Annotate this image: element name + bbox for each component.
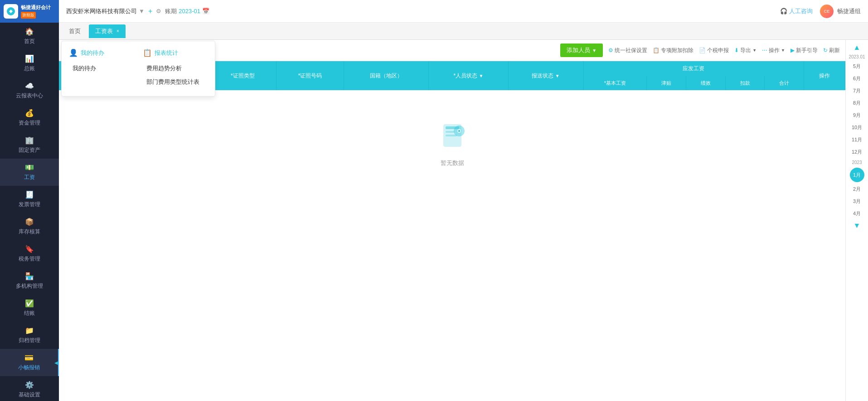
sidebar-item-label: 小畅报销 <box>18 364 40 372</box>
tab-salary-label: 工资表 <box>95 27 113 35</box>
sidebar-item-general-ledger[interactable]: 📊 总账 <box>0 50 59 77</box>
headset-icon: 🎧 <box>780 8 787 14</box>
user-name: 畅捷通组 <box>837 7 861 15</box>
service-btn[interactable]: 🎧 人工咨询 <box>780 7 813 15</box>
month-nav-up[interactable]: ▲ <box>852 42 863 53</box>
logo-text-block: 畅捷通好会计 旗舰版 <box>21 4 51 19</box>
sidebar-item-fund-mgmt[interactable]: 💰 资金管理 <box>0 104 59 131</box>
operations-link[interactable]: ⋯ 操作 ▼ <box>762 47 785 54</box>
tab-home[interactable]: 首页 <box>63 24 87 38</box>
salary-icon: 💵 <box>25 163 34 172</box>
month-5[interactable]: 5月 <box>846 60 868 72</box>
month-2[interactable]: 2月 <box>846 183 868 195</box>
th-subsidy: 津贴 <box>647 76 686 90</box>
sidebar-item-archive[interactable]: 📁 归档管理 <box>0 322 59 349</box>
month-7[interactable]: 7月 <box>846 85 868 97</box>
company-name: 西安虾米网络科技有限公司 <box>66 7 137 15</box>
export-icon: ⬇ <box>734 47 739 53</box>
add-person-button[interactable]: 添加人员 ▼ <box>560 43 603 57</box>
sidebar-item-label: 工资 <box>24 174 35 181</box>
sidebar-item-multi-org[interactable]: 🏪 多机构管理 <box>0 267 59 295</box>
status-filter-icon[interactable]: ▼ <box>479 73 484 78</box>
popup-col-todo: 👤 我的待办 我的待办 <box>69 48 134 89</box>
sidebar-item-basic-settings[interactable]: ⚙️ 基础设置 <box>0 376 59 401</box>
sidebar-item-invoice[interactable]: 🧾 发票管理 <box>0 186 59 213</box>
period-value: 2023-01 <box>179 8 200 14</box>
tax-report-link[interactable]: 📄 个税申报 <box>699 47 729 54</box>
month-12[interactable]: 12月 <box>846 146 868 158</box>
month-8[interactable]: 8月 <box>846 97 868 109</box>
user-info[interactable]: CE 畅捷通组 <box>820 5 861 18</box>
sidebar-item-label: 结账 <box>24 309 35 317</box>
sidebar-item-salary[interactable]: 💵 工资 <box>0 159 59 186</box>
empty-text: 暂无数据 <box>441 159 464 167</box>
new-guide-link[interactable]: ▶ 新手引导 <box>790 47 818 54</box>
add-company-btn[interactable]: + <box>148 7 152 15</box>
period-label: 账期 <box>165 7 177 15</box>
sidebar-item-tax[interactable]: 🔖 税务管理 <box>0 240 59 267</box>
month-4[interactable]: 4月 <box>846 208 868 220</box>
home-icon: 🏠 <box>25 27 34 36</box>
table-container: 工号 *姓名 *部门 *证照类型 *证照号码 国籍（地区） *人员状态 ▼ <box>59 61 845 401</box>
popup-item-cost-trend[interactable]: 费用趋势分析 <box>143 62 208 75</box>
user-avatar: CE <box>820 5 834 18</box>
sidebar-item-fixed-assets[interactable]: 🏢 固定资产 <box>0 131 59 159</box>
settings-btn[interactable]: ⚙ <box>156 8 161 14</box>
th-deduction: 扣款 <box>725 76 765 90</box>
month-9[interactable]: 9月 <box>846 109 868 121</box>
th-status: *人员状态 ▼ <box>429 61 508 90</box>
calendar-icon: 📅 <box>202 8 209 14</box>
sidebar-item-home[interactable]: 🏠 首页 <box>0 23 59 50</box>
settings-icon: ⚙️ <box>25 381 34 389</box>
export-link[interactable]: ⬇ 导出 ▼ <box>734 47 756 54</box>
tab-close-icon[interactable]: × <box>116 29 119 34</box>
tab-salary[interactable]: 工资表 × <box>89 24 126 38</box>
add-person-label: 添加人员 <box>567 46 590 54</box>
sidebar-item-label: 基础设置 <box>19 391 40 399</box>
fund-icon: 💰 <box>25 109 34 117</box>
sidebar-item-label: 多机构管理 <box>16 282 43 290</box>
sidebar-item-cloud-report[interactable]: ☁️ 云报表中心 <box>0 77 59 104</box>
th-id-type: *证照类型 <box>209 61 276 90</box>
month-nav-down[interactable]: ▼ <box>852 220 863 232</box>
month-10[interactable]: 10月 <box>846 121 868 134</box>
tab-home-label: 首页 <box>69 27 81 35</box>
refresh-icon: ↻ <box>823 47 828 53</box>
special-deduction-link[interactable]: 📋 专项附加扣除 <box>653 47 693 54</box>
inventory-icon: 📦 <box>25 217 34 226</box>
company-selector[interactable]: 西安虾米网络科技有限公司 ▼ <box>66 7 145 15</box>
year-2023: 2023 <box>852 158 862 167</box>
report-title-label: 报表统计 <box>155 49 178 57</box>
popup-item-todo[interactable]: 我的待办 <box>69 62 134 75</box>
tabbar: 首页 工资表 × <box>59 23 868 40</box>
logo-icon <box>4 4 18 19</box>
refresh-label: 刷新 <box>829 47 840 54</box>
month-11[interactable]: 11月 <box>846 134 868 146</box>
service-label: 人工咨询 <box>789 7 813 15</box>
todo-title-label: 我的待办 <box>81 49 104 57</box>
cloud-icon: ☁️ <box>25 82 34 90</box>
ledger-icon: 📊 <box>25 54 34 63</box>
operations-icon: ⋯ <box>762 47 767 53</box>
sidebar-item-label: 税务管理 <box>19 255 40 263</box>
app-title: 畅捷通好会计 <box>21 4 51 11</box>
refresh-link[interactable]: ↻ 刷新 <box>823 47 840 54</box>
sidebar-item-label: 云报表中心 <box>16 92 43 100</box>
period-display[interactable]: 账期 2023-01 📅 <box>165 7 209 15</box>
month-1[interactable]: 1月 <box>850 168 864 182</box>
social-insurance-link[interactable]: ⚙ 统一社保设置 <box>608 47 647 54</box>
send-filter-icon[interactable]: ▼ <box>555 73 560 78</box>
popup-item-dept-cost[interactable]: 部门费用类型统计表 <box>143 75 208 89</box>
sidebar-item-settlement[interactable]: ✅ 结账 <box>0 295 59 322</box>
sidebar-item-label: 资金管理 <box>19 119 40 127</box>
sidebar-item-xiao-chang-xiao[interactable]: 💳 小畅报销 ◀ <box>0 349 59 376</box>
popup-col-report: 📋 报表统计 费用趋势分析 部门费用类型统计表 <box>143 48 208 89</box>
th-country: 国籍（地区） <box>344 61 429 90</box>
sidebar-item-inventory[interactable]: 📦 库存核算 <box>0 213 59 240</box>
month-3[interactable]: 3月 <box>846 195 868 208</box>
svg-rect-3 <box>446 131 455 133</box>
export-dropdown-icon: ▼ <box>752 48 756 53</box>
special-deduction-label: 专项附加扣除 <box>661 47 693 54</box>
month-6[interactable]: 6月 <box>846 72 868 85</box>
sidebar-item-label: 首页 <box>24 38 35 45</box>
